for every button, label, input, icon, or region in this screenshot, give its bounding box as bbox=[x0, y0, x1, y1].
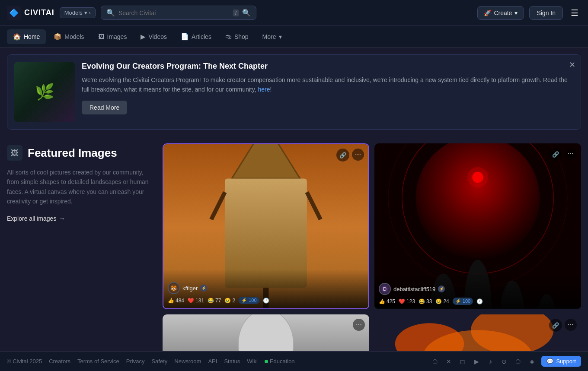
edu-dot bbox=[265, 360, 268, 363]
card-footer: 🐯 kftiger ⚡ 👍 484 ❤️ 131 😂 77 😢 2 ⚡ 100 … bbox=[163, 269, 368, 308]
model-badge-icon: ▾ bbox=[84, 10, 87, 16]
stat-laughs: 😂 33 bbox=[419, 298, 432, 304]
nav-more-label: More bbox=[262, 33, 276, 40]
sidebar-item-more[interactable]: More ▾ bbox=[256, 30, 288, 44]
card-link-button[interactable]: 🔗 bbox=[549, 148, 562, 161]
sidebar-item-images[interactable]: 🖼 Images bbox=[92, 29, 133, 44]
support-icon: 💬 bbox=[546, 358, 553, 365]
footer-link-wiki[interactable]: Wiki bbox=[247, 358, 258, 365]
footer-link-safety[interactable]: Safety bbox=[151, 358, 167, 365]
card-actions: ⋯ bbox=[353, 319, 365, 331]
footer-link-creators[interactable]: Creators bbox=[49, 358, 70, 365]
image-card[interactable]: ⋯ 🔗 🐯 kftiger ⚡ 👍 484 ❤️ 131 😂 77 😢 2 ⚡ … bbox=[163, 143, 369, 309]
footer-link-privacy[interactable]: Privacy bbox=[126, 358, 145, 365]
sidebar-item-models[interactable]: 📦 Models bbox=[48, 29, 90, 44]
announcement-banner: 🌿 Evolving Our Creators Program: The Nex… bbox=[7, 54, 581, 130]
card-stats: 👍 484 ❤️ 131 😂 77 😢 2 ⚡ 100 🕐 bbox=[168, 297, 364, 304]
copyright: © Civitai 2025 bbox=[7, 358, 42, 365]
header: 🔷 CIVITAI Models ▾ › 🔍 / 🔍 🚀 Create ▾ Si… bbox=[0, 0, 588, 26]
section-header: 🖼 Featured Images bbox=[7, 145, 154, 161]
reddit-icon[interactable]: ⊙ bbox=[500, 357, 508, 366]
models-icon: 📦 bbox=[54, 33, 62, 41]
search-submit-button[interactable]: 🔍 bbox=[242, 9, 251, 17]
stat-thumbs: 👍 484 bbox=[168, 298, 184, 304]
user-badge: ⚡ bbox=[200, 285, 207, 292]
nav-models-label: Models bbox=[64, 33, 84, 40]
model-badge-label: Models bbox=[64, 10, 83, 16]
section-desc: All sorts of cool pictures created by ou… bbox=[7, 168, 154, 206]
explore-all-link[interactable]: Explore all images → bbox=[7, 215, 154, 222]
stat-hearts: ❤️ 131 bbox=[188, 298, 204, 304]
card-menu-button[interactable]: ⋯ bbox=[565, 319, 577, 331]
home-icon: 🏠 bbox=[13, 33, 21, 41]
model-badge-button[interactable]: Models ▾ › bbox=[60, 7, 96, 18]
header-right: 🚀 Create ▾ Sign In ☰ bbox=[477, 5, 581, 21]
main-content: 🖼 Featured Images All sorts of cool pict… bbox=[0, 136, 588, 371]
youtube-icon[interactable]: ▶ bbox=[472, 357, 481, 366]
footer-link-newsroom[interactable]: Newsroom bbox=[174, 358, 201, 365]
banner-image: 🌿 bbox=[14, 62, 75, 122]
support-label: Support bbox=[556, 358, 576, 365]
model-badge-arrow: › bbox=[89, 10, 91, 16]
stat-time: 🕐 bbox=[476, 298, 483, 304]
card-link-button[interactable]: 🔗 bbox=[549, 319, 562, 332]
sidebar-item-articles[interactable]: 📄 Articles bbox=[175, 29, 217, 44]
main-nav: 🏠 Home 📦 Models 🖼 Images ▶ Videos 📄 Arti… bbox=[0, 26, 588, 48]
search-icon: 🔍 bbox=[106, 9, 115, 17]
explore-label: Explore all images bbox=[7, 215, 56, 222]
logo[interactable]: 🔷 CIVITAI bbox=[7, 6, 54, 20]
card-footer: D debattistacliff519 ⚡ 👍 425 ❤️ 123 😂 33… bbox=[374, 270, 581, 309]
card-menu-button[interactable]: ⋯ bbox=[352, 149, 364, 161]
footer-link-tos[interactable]: Terms of Service bbox=[77, 358, 119, 365]
logo-icon: 🔷 bbox=[7, 6, 21, 20]
logo-text: CIVITAI bbox=[24, 8, 54, 17]
create-label: Create bbox=[494, 10, 512, 16]
create-button[interactable]: 🚀 Create ▾ bbox=[477, 6, 524, 20]
search-kbd: / bbox=[233, 10, 239, 16]
username: debattistacliff519 bbox=[393, 286, 435, 292]
card-actions: ⋯ bbox=[352, 149, 364, 161]
images-grid: ⋯ 🔗 🐯 kftiger ⚡ 👍 484 ❤️ 131 😂 77 😢 2 ⚡ … bbox=[163, 136, 581, 371]
shop-icon: 🛍 bbox=[225, 33, 232, 40]
card-link-button[interactable]: 🔗 bbox=[336, 149, 349, 162]
education-badge: Education bbox=[265, 358, 295, 365]
create-chevron-icon: ▾ bbox=[514, 10, 518, 16]
sign-in-label: Sign In bbox=[537, 10, 556, 16]
nav-videos-label: Videos bbox=[148, 33, 167, 40]
stat-power: ⚡ 100 bbox=[453, 298, 473, 305]
banner-link[interactable]: here bbox=[258, 86, 270, 93]
image-card[interactable]: ⋯ 🔗 D debattistacliff519 ⚡ 👍 425 ❤️ 123 … bbox=[374, 143, 581, 309]
sign-in-button[interactable]: Sign In bbox=[529, 6, 563, 20]
discord-icon[interactable]: ⬡ bbox=[431, 357, 439, 366]
banner-close-button[interactable]: ✕ bbox=[569, 60, 575, 70]
sidebar-item-shop[interactable]: 🛍 Shop bbox=[219, 29, 255, 44]
footer-link-status[interactable]: Status bbox=[224, 358, 240, 365]
menu-button[interactable]: ☰ bbox=[568, 5, 581, 21]
github-icon[interactable]: ⬡ bbox=[514, 357, 522, 366]
search-input[interactable] bbox=[118, 10, 230, 16]
twitch-icon[interactable]: ◈ bbox=[527, 357, 536, 366]
stat-hearts: ❤️ 123 bbox=[399, 298, 415, 304]
support-button[interactable]: 💬 Support bbox=[541, 356, 581, 367]
stat-thumbs: 👍 425 bbox=[379, 298, 395, 304]
images-icon: 🖼 bbox=[98, 33, 105, 40]
section-title: Featured Images bbox=[28, 146, 117, 160]
username: kftiger bbox=[182, 285, 198, 292]
footer-social: ⬡ ✕ ◻ ▶ ♪ ⊙ ⬡ ◈ 💬 Support bbox=[431, 356, 581, 367]
instagram-icon[interactable]: ◻ bbox=[458, 357, 467, 366]
stat-power: ⚡ 100 bbox=[239, 297, 259, 304]
sidebar-item-home[interactable]: 🏠 Home bbox=[7, 29, 46, 44]
tiktok-icon[interactable]: ♪ bbox=[486, 357, 495, 366]
avatar: 🐯 bbox=[168, 282, 180, 294]
footer: © Civitai 2025 Creators Terms of Service… bbox=[0, 351, 588, 371]
read-more-button[interactable]: Read More bbox=[82, 101, 127, 114]
articles-icon: 📄 bbox=[181, 33, 189, 41]
footer-link-api[interactable]: API bbox=[208, 358, 217, 365]
more-chevron-icon: ▾ bbox=[279, 33, 282, 40]
twitter-x-icon[interactable]: ✕ bbox=[444, 357, 453, 366]
nav-home-label: Home bbox=[24, 33, 40, 40]
sidebar-item-videos[interactable]: ▶ Videos bbox=[134, 29, 173, 44]
card-menu-button[interactable]: ⋯ bbox=[353, 319, 365, 331]
footer-link-education[interactable]: Education bbox=[265, 358, 295, 365]
card-menu-button[interactable]: ⋯ bbox=[565, 148, 577, 160]
